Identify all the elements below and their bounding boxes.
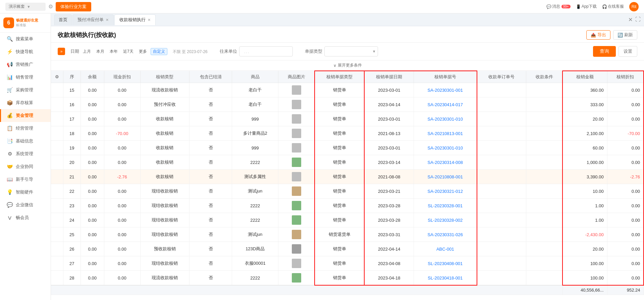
sidebar-item-14[interactable]: V畅会员 <box>0 211 51 224</box>
verify-no-link[interactable]: SA-20230331-026 <box>428 232 463 237</box>
cell-receipt-terms <box>526 199 563 213</box>
cell-verify-no[interactable]: SL-20230328-002 <box>414 213 477 227</box>
sidebar-item-7[interactable]: 📋经营管理 <box>0 122 51 135</box>
verify-no-link[interactable]: SA-20210808-001 <box>428 174 463 179</box>
this-month-btn[interactable]: 本月 <box>95 48 106 55</box>
sidebar-item-6[interactable]: 💰资金管理 <box>0 109 51 122</box>
export-button[interactable]: 📤 导出 <box>586 30 610 40</box>
last-month-btn[interactable]: 上月 <box>81 48 93 55</box>
user-avatar[interactable]: Rit <box>629 2 639 11</box>
top-bar-left: 演示账套 ▼ ⚙ 体验行业方案 <box>5 2 542 11</box>
sidebar-label-0: 搜索菜单 <box>16 36 33 42</box>
cell-seq: 17 <box>63 112 80 126</box>
cell-goods: 测试多属性 <box>232 170 278 184</box>
sidebar-label-13: 企业微信 <box>16 202 33 208</box>
verify-no-link[interactable]: SL-20230418-001 <box>428 275 463 281</box>
cell-seq: 23 <box>63 199 80 213</box>
cell-seq: 26 <box>63 242 80 256</box>
verify-no-link[interactable]: SL-20230328-002 <box>428 218 463 223</box>
headset-icon: 🎧 <box>602 4 607 9</box>
close-prepay-tab[interactable]: ✕ <box>106 18 109 22</box>
sidebar-label-1: 快捷导航 <box>16 49 33 55</box>
sidebar-item-2[interactable]: 📢营销推广 <box>0 58 51 71</box>
sidebar-item-5[interactable]: 📦库存核算 <box>0 96 51 109</box>
sidebar-item-8[interactable]: 📑基础信息 <box>0 135 51 147</box>
sidebar-item-10[interactable]: 🤝企业协同 <box>0 160 51 173</box>
expand-icon: ∨ <box>333 63 336 68</box>
cell-verify-no[interactable]: SA-20230321-012 <box>414 184 477 199</box>
bill-type-label: 单据类型 <box>305 48 322 54</box>
cell-cash-discount: 0.00 <box>104 271 140 286</box>
sidebar-item-13[interactable]: 💬企业微信 <box>0 199 51 211</box>
cell-verify-no[interactable]: SA-20210808-001 <box>414 170 477 184</box>
this-year-btn[interactable]: 本年 <box>108 48 119 55</box>
cell-verify-no[interactable]: SA-20230331-026 <box>414 227 477 242</box>
verify-no-link[interactable]: SA-20230301-001 <box>428 88 463 93</box>
cell-verify-no[interactable]: SA-20230301-010 <box>414 112 477 126</box>
cell-verify-no[interactable]: SL-20230328-001 <box>414 199 477 213</box>
cell-verify-no[interactable]: SA-20230414-017 <box>414 97 477 112</box>
cell-receipt-terms <box>526 170 563 184</box>
sidebar-label-7: 经营管理 <box>16 125 33 131</box>
table-row: 22 0.00 0.00 现结收款核销 否 测试jun 销货单 2023-03-… <box>51 184 644 199</box>
message-btn[interactable]: 💬 消息 99+ <box>546 4 571 9</box>
cell-cash-discount: 0.00 <box>104 155 140 170</box>
cell-verify-no[interactable]: SA-20230301-001 <box>414 83 477 97</box>
cell-verify-no[interactable]: SA-20230301-010 <box>414 141 477 155</box>
sidebar-item-3[interactable]: 📊销售管理 <box>0 71 51 84</box>
cell-settings <box>51 97 63 112</box>
verify-no-link[interactable]: SA-20210813-001 <box>428 131 463 136</box>
verify-no-link[interactable]: SA-20230414-017 <box>428 102 463 107</box>
cell-include-settled: 否 <box>189 97 232 112</box>
maximize-icon[interactable]: ⛶ <box>635 16 641 23</box>
verify-no-link[interactable]: ABC-001 <box>436 247 454 252</box>
company-selector[interactable]: 演示账套 ▼ <box>5 3 46 11</box>
logo-text: 畅捷通好生意 <box>16 18 38 23</box>
sidebar-item-0[interactable]: 🔍搜索菜单 <box>0 33 51 45</box>
industry-plan-button[interactable]: 体验行业方案 <box>56 2 91 11</box>
settings-button[interactable]: 设置 <box>619 46 637 57</box>
cell-verify-no[interactable]: SA-20210813-001 <box>414 126 477 141</box>
tab-prepay[interactable]: 预付冲应付单 ✕ <box>72 14 114 25</box>
cell-cash-discount: 0.00 <box>104 184 140 199</box>
online-service-btn[interactable]: 🎧 在线客服 <box>602 4 624 9</box>
sidebar-item-1[interactable]: ⚡快捷导航 <box>0 45 51 58</box>
cell-verify-no[interactable]: ABC-001 <box>414 242 477 256</box>
sidebar-label-6: 资金管理 <box>16 113 33 119</box>
query-button[interactable]: 查询 <box>593 46 616 57</box>
tab-home[interactable]: 首页 <box>54 14 72 25</box>
main-table: ⚙ 序 余额 现金折扣 核销类型 包含已结清 商品 商品图片 核销单据类型 核销… <box>51 71 644 295</box>
settings-icon[interactable]: ⚙ <box>48 3 53 10</box>
verify-no-link[interactable]: SL-20230408-001 <box>428 261 463 266</box>
custom-date-btn[interactable]: 自定义 <box>151 48 167 55</box>
verify-no-link[interactable]: SA-20230301-010 <box>428 145 463 151</box>
cell-verify-no[interactable]: SL-20230418-001 <box>414 271 477 286</box>
last7-btn[interactable]: 近7天 <box>121 48 135 55</box>
sidebar-item-4[interactable]: 🛒采购管理 <box>0 84 51 96</box>
sidebar-item-11[interactable]: 📖新手引导 <box>0 173 51 186</box>
sidebar-icon-9: ⚙ <box>6 151 13 157</box>
close-all-tabs[interactable]: ✕ <box>628 16 633 23</box>
refresh-button[interactable]: 🔄 刷新 <box>613 30 637 40</box>
cell-verify-no[interactable]: SL-20230408-001 <box>414 256 477 271</box>
verify-no-link[interactable]: SL-20230328-001 <box>428 203 463 208</box>
close-verify-tab[interactable]: ✕ <box>148 18 151 22</box>
bill-type-select[interactable] <box>324 46 378 56</box>
cell-receipt-order-no <box>477 155 526 170</box>
cell-verify-no[interactable]: SA-20230314-008 <box>414 155 477 170</box>
tab-verify[interactable]: 收款核销执行 ✕ <box>114 14 156 25</box>
expand-more-bar[interactable]: ∨ 展开更多条件 <box>51 60 644 71</box>
verify-no-link[interactable]: SA-20230301-010 <box>428 117 463 122</box>
app-download-btn[interactable]: 📱 App下载 <box>576 4 597 9</box>
sidebar-item-9[interactable]: ⚙系统管理 <box>0 147 51 160</box>
from-unit-input[interactable]: ... <box>239 46 293 56</box>
filter-toggle-button[interactable]: » <box>58 48 65 55</box>
verify-no-link[interactable]: SA-20230314-008 <box>428 160 463 165</box>
cell-include-settled: 否 <box>189 112 232 126</box>
table-container[interactable]: ⚙ 序 余额 现金折扣 核销类型 包含已结清 商品 商品图片 核销单据类型 核销… <box>51 71 644 300</box>
cell-include-settled: 否 <box>189 155 232 170</box>
sidebar-item-12[interactable]: 💡智能硬件 <box>0 186 51 199</box>
more-date-btn[interactable]: 更多 <box>137 48 149 55</box>
sidebar-nav: 🔍搜索菜单⚡快捷导航📢营销推广📊销售管理🛒采购管理📦库存核算💰资金管理📋经营管理… <box>0 33 51 224</box>
verify-no-link[interactable]: SA-20230321-012 <box>428 189 463 194</box>
